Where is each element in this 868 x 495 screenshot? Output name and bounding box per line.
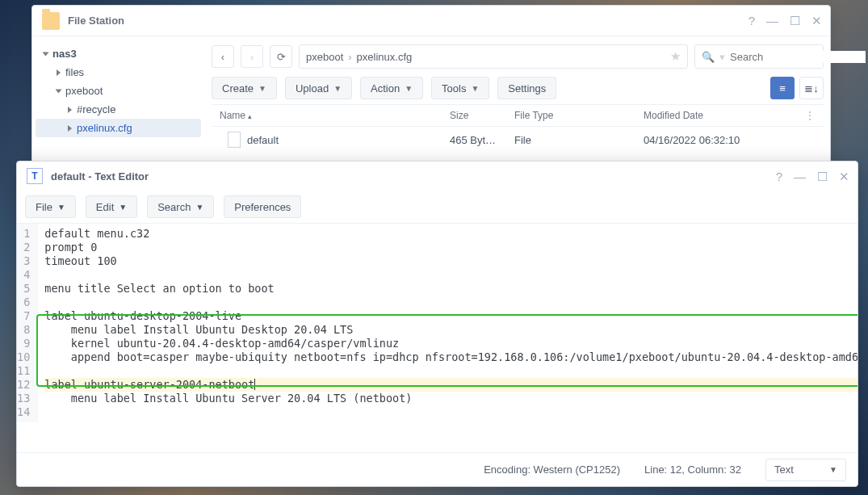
help-icon[interactable]: ?: [776, 170, 782, 182]
preferences-button[interactable]: Preferences: [224, 195, 301, 218]
chevron-right-icon: ›: [348, 51, 351, 63]
col-type[interactable]: File Type: [514, 110, 644, 121]
tools-button[interactable]: Tools▼: [431, 77, 489, 99]
file-mod: 04/16/2022 06:32:10: [644, 134, 805, 146]
tree-item-recycle[interactable]: #recycle: [36, 100, 201, 119]
table-row[interactable]: default 465 Byt… File 04/16/2022 06:32:1…: [212, 127, 824, 153]
edit-menu[interactable]: Edit▼: [86, 195, 137, 218]
mode-select[interactable]: Text▼: [765, 459, 846, 481]
folder-tree: nas3 files pxeboot #recycle pxelinux.cfg: [32, 36, 205, 159]
texteditor-titlebar: T default - Text Editor ? — ☐ ✕: [17, 162, 858, 191]
caret-down-icon: ▼: [829, 465, 837, 474]
forward-button[interactable]: ›: [241, 45, 263, 68]
texteditor-title: default - Text Editor: [51, 170, 776, 182]
refresh-button[interactable]: ⟳: [270, 45, 292, 68]
filestation-title: File Station: [68, 15, 748, 27]
minimize-icon[interactable]: —: [794, 170, 806, 182]
tree-item-pxeboot[interactable]: pxeboot: [36, 82, 201, 100]
maximize-icon[interactable]: ☐: [790, 15, 800, 27]
caret-down-icon: ▼: [333, 84, 342, 93]
status-encoding: Encoding: Western (CP1252): [484, 464, 620, 476]
chevron-right-icon: [68, 107, 72, 113]
col-mod[interactable]: Modified Date: [644, 110, 805, 121]
tree-root[interactable]: nas3: [36, 44, 201, 63]
col-size[interactable]: Size: [450, 110, 514, 121]
maximize-icon[interactable]: ☐: [817, 170, 828, 182]
breadcrumb[interactable]: pxeboot › pxelinux.cfg ★: [299, 44, 688, 69]
view-sort-icon[interactable]: ≣↓: [799, 77, 824, 99]
text-editor-window: T default - Text Editor ? — ☐ ✕ File▼ Ed…: [16, 161, 858, 487]
tree-item-pxelinux[interactable]: pxelinux.cfg: [36, 119, 201, 137]
window-controls: ? — ☐ ✕: [776, 170, 849, 182]
file-size: 465 Byt…: [450, 134, 514, 146]
filestation-titlebar: File Station ? — ☐ ✕: [32, 6, 830, 36]
texteditor-toolbar: File▼ Edit▼ Search▼ Preferences: [17, 191, 858, 223]
status-bar: Encoding: Western (CP1252) Line: 12, Col…: [17, 452, 858, 486]
file-icon: [228, 132, 241, 148]
caret-down-icon: ▼: [258, 84, 266, 93]
file-name: default: [247, 134, 279, 146]
minimize-icon[interactable]: —: [766, 15, 778, 27]
line-numbers: 1234567891011121314: [17, 224, 38, 422]
caret-down-icon: ▼: [57, 203, 65, 212]
chevron-down-icon: [56, 89, 62, 93]
view-list-icon[interactable]: ≡: [770, 77, 795, 99]
code-editor[interactable]: 1234567891011121314 default menu.c32prom…: [17, 224, 858, 422]
table-header: Name ▴ Size File Type Modified Date ⋮: [212, 104, 824, 127]
chevron-right-icon: [68, 125, 72, 132]
caret-down-icon: ▼: [471, 84, 479, 93]
window-controls: ? — ☐ ✕: [748, 15, 822, 27]
settings-button[interactable]: Settings: [497, 77, 556, 99]
upload-button[interactable]: Upload▼: [285, 77, 352, 99]
col-name[interactable]: Name ▴: [212, 110, 450, 121]
more-columns-icon[interactable]: ⋮: [805, 110, 824, 121]
file-type: File: [514, 134, 644, 146]
file-menu[interactable]: File▼: [25, 195, 76, 218]
code-area[interactable]: default menu.c32prompt 0timeout 100menu …: [38, 224, 858, 422]
chevron-down-icon: [43, 52, 49, 56]
texteditor-icon: T: [27, 168, 43, 184]
close-icon[interactable]: ✕: [839, 170, 849, 182]
close-icon[interactable]: ✕: [811, 15, 822, 27]
nav-bar: ‹ › ⟳ pxeboot › pxelinux.cfg ★ 🔍 ▾: [212, 40, 824, 73]
status-position: Line: 12, Column: 32: [644, 464, 741, 476]
chevron-right-icon: [57, 69, 61, 76]
caret-down-icon: ▼: [405, 84, 413, 93]
action-bar: Create▼ Upload▼ Action▼ Tools▼ Settings …: [212, 77, 824, 99]
search-input[interactable]: [730, 51, 866, 63]
help-icon[interactable]: ?: [748, 15, 755, 27]
search-box[interactable]: 🔍 ▾: [694, 44, 824, 69]
search-menu[interactable]: Search▼: [147, 195, 214, 218]
folder-icon: [42, 12, 60, 30]
back-button[interactable]: ‹: [212, 45, 234, 68]
search-icon: 🔍: [702, 51, 715, 63]
action-button[interactable]: Action▼: [360, 77, 423, 99]
create-button[interactable]: Create▼: [212, 77, 277, 99]
caret-down-icon: ▼: [195, 203, 203, 212]
caret-down-icon: ▼: [119, 203, 127, 212]
star-icon[interactable]: ★: [670, 49, 681, 64]
tree-item-files[interactable]: files: [36, 63, 201, 82]
